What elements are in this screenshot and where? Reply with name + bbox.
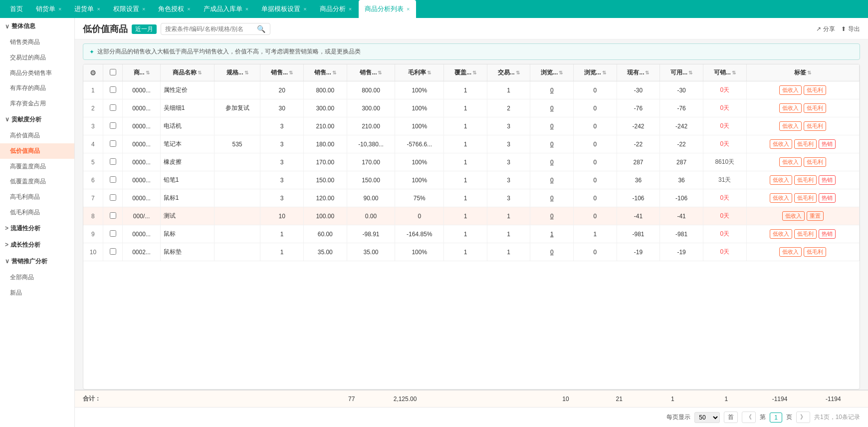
nav-item-首页[interactable]: 首页 <box>4 0 29 18</box>
sort-icon[interactable]: ⇅ <box>332 70 336 75</box>
browse1-link[interactable]: 0 <box>550 159 554 166</box>
browse1-link[interactable]: 0 <box>550 141 554 148</box>
col-header-gross_margin[interactable]: 毛利率⇅ <box>395 64 444 81</box>
close-icon[interactable]: × <box>58 6 61 12</box>
tag-低收入[interactable]: 低收入 <box>782 211 805 221</box>
col-header-sellable[interactable]: 可销...⇅ <box>703 64 746 81</box>
sort-icon[interactable]: ⇅ <box>645 70 649 75</box>
col-header-browse2[interactable]: 浏览...⇅ <box>574 64 617 81</box>
row-checkbox[interactable] <box>110 248 116 255</box>
search-input[interactable] <box>165 25 255 32</box>
browse1-link[interactable]: 1 <box>550 231 554 238</box>
browse1-link[interactable]: 0 <box>550 213 554 220</box>
product-name[interactable]: 电话机 <box>160 117 214 135</box>
sidebar-group-流通性分析[interactable]: >流通性分析 <box>0 220 74 237</box>
browse1-link[interactable]: 0 <box>550 195 554 202</box>
select-all-checkbox[interactable] <box>110 69 116 75</box>
row-checkbox[interactable] <box>110 86 116 93</box>
tag-热销[interactable]: 热销 <box>819 175 836 185</box>
sort-icon[interactable]: ⇅ <box>688 70 692 75</box>
col-header-sale_amount[interactable]: 销售...⇅ <box>347 64 395 81</box>
browse1[interactable]: 0 <box>530 99 574 117</box>
close-icon[interactable]: × <box>142 6 145 12</box>
sidebar-item-高毛利商品[interactable]: 高毛利商品 <box>0 189 74 205</box>
col-header-browse1[interactable]: 浏览...⇅ <box>530 64 574 81</box>
browse1-link[interactable]: 0 <box>550 177 554 184</box>
col-header-code[interactable]: 商...⇅ <box>123 64 161 81</box>
product-name[interactable]: 测试 <box>160 207 214 225</box>
tag-热销[interactable]: 热销 <box>819 193 836 203</box>
sidebar-item-销售类商品[interactable]: 销售类商品 <box>0 34 74 50</box>
tag-低毛利[interactable]: 低毛利 <box>804 247 826 257</box>
browse1[interactable]: 0 <box>530 207 574 225</box>
row-checkbox[interactable] <box>110 176 116 183</box>
product-name[interactable]: 铅笔1 <box>160 171 214 189</box>
prev-page-button[interactable]: 《 <box>742 412 756 423</box>
col-header-sale_qty[interactable]: 销售...⇅ <box>260 64 304 81</box>
settings-icon[interactable]: ⚙ <box>90 69 96 77</box>
product-name[interactable]: 鼠标1 <box>160 189 214 207</box>
tag-低毛利[interactable]: 低毛利 <box>794 229 817 239</box>
sidebar-item-低覆盖度商品[interactable]: 低覆盖度商品 <box>0 174 74 189</box>
row-checkbox[interactable] <box>110 122 116 129</box>
browse1[interactable]: 0 <box>530 243 574 261</box>
tag-低毛利[interactable]: 低毛利 <box>804 103 826 113</box>
tag-低毛利[interactable]: 低毛利 <box>794 139 817 149</box>
tag-低收入[interactable]: 低收入 <box>770 193 792 203</box>
tag-低收入[interactable]: 低收入 <box>770 175 792 185</box>
browse1[interactable]: 0 <box>530 171 574 189</box>
sort-icon[interactable]: ⇅ <box>516 70 520 75</box>
product-name[interactable]: 鼠标 <box>160 225 214 243</box>
close-icon[interactable]: × <box>349 6 352 12</box>
sort-icon[interactable]: ⇅ <box>244 70 248 75</box>
sort-icon[interactable]: ⇅ <box>807 70 811 75</box>
nav-item-产成品入库单[interactable]: 产成品入库单× <box>198 0 254 18</box>
sort-icon[interactable]: ⇅ <box>472 70 476 75</box>
nav-item-进货单[interactable]: 进货单× <box>68 0 106 18</box>
browse1[interactable]: 0 <box>530 117 574 135</box>
browse1[interactable]: 0 <box>530 81 574 99</box>
nav-item-单据模板设置[interactable]: 单据模板设置× <box>255 0 312 18</box>
col-header-checkbox[interactable] <box>103 64 123 81</box>
col-header-settings[interactable]: ⚙ <box>83 64 103 81</box>
sort-icon[interactable]: ⇅ <box>198 70 202 75</box>
tag-低毛利[interactable]: 低毛利 <box>804 121 826 131</box>
sort-icon[interactable]: ⇅ <box>378 70 382 75</box>
sort-icon[interactable]: ⇅ <box>602 70 606 75</box>
sidebar-item-高覆盖度商品[interactable]: 高覆盖度商品 <box>0 159 74 174</box>
col-header-current_stock[interactable]: 现有...⇅ <box>617 64 660 81</box>
sort-icon[interactable]: ⇅ <box>732 70 736 75</box>
close-icon[interactable]: × <box>187 6 190 12</box>
row-checkbox[interactable] <box>110 230 116 237</box>
sort-icon[interactable]: ⇅ <box>146 70 150 75</box>
sort-icon[interactable]: ⇅ <box>427 70 431 75</box>
sort-icon[interactable]: ⇅ <box>289 70 293 75</box>
row-checkbox[interactable] <box>110 158 116 165</box>
sidebar-group-贡献度分析[interactable]: ∨贡献度分析 <box>0 111 74 128</box>
sidebar-item-交易过的商品[interactable]: 交易过的商品 <box>0 50 74 65</box>
sidebar-item-全部商品[interactable]: 全部商品 <box>0 270 74 285</box>
export-button[interactable]: ⬆ 导出 <box>841 25 860 33</box>
sidebar-group-成长性分析[interactable]: >成长性分析 <box>0 237 74 253</box>
product-name[interactable]: 属性定价 <box>160 81 214 99</box>
sort-icon[interactable]: ⇅ <box>559 70 563 75</box>
next-page-button[interactable]: 》 <box>796 412 810 423</box>
close-icon[interactable]: × <box>97 6 100 12</box>
tag-低收入[interactable]: 低收入 <box>779 157 802 167</box>
tag-低毛利[interactable]: 低毛利 <box>794 175 817 185</box>
col-header-spec[interactable]: 规格...⇅ <box>214 64 260 81</box>
tag-热销[interactable]: 热销 <box>819 139 836 149</box>
per-page-select[interactable]: 50 100 <box>694 412 720 423</box>
tag-低收入[interactable]: 低收入 <box>779 103 802 113</box>
tag-低收入[interactable]: 低收入 <box>770 229 792 239</box>
nav-item-商品分析[interactable]: 商品分析× <box>314 0 358 18</box>
tag-低收入[interactable]: 低收入 <box>770 139 792 149</box>
browse1[interactable]: 0 <box>530 189 574 207</box>
first-page-button[interactable]: 首 <box>724 412 738 423</box>
nav-item-销货单[interactable]: 销货单× <box>30 0 67 18</box>
col-header-transaction[interactable]: 交易...⇅ <box>487 64 530 81</box>
tag-低收入[interactable]: 低收入 <box>779 121 802 131</box>
share-button[interactable]: ↗ 分享 <box>816 25 835 33</box>
row-checkbox[interactable] <box>110 212 116 219</box>
tag-热销[interactable]: 热销 <box>819 229 836 239</box>
